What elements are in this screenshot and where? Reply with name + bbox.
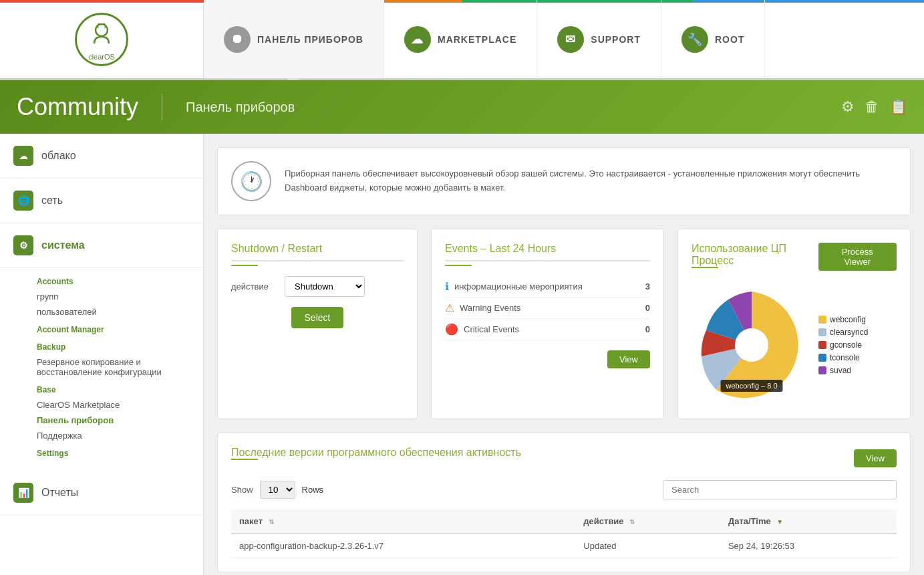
table-view-button[interactable]: View <box>854 449 897 467</box>
root-icon: 🔧 <box>681 26 708 53</box>
sort-action-icon: ⇅ <box>629 518 635 526</box>
process-viewer-button[interactable]: Process Viewer <box>818 243 897 271</box>
warning-icon: ⚠ <box>445 302 454 314</box>
select-button[interactable]: Select <box>291 307 344 328</box>
clearsyncd-label: clearsyncd <box>830 328 868 337</box>
submenu-item-support[interactable]: Поддержка <box>37 428 203 443</box>
submenu-item-grupп[interactable]: групп <box>37 289 203 304</box>
submenu-section-account-manager: Account Manager <box>37 320 203 337</box>
marketplace-icon: ☁ <box>404 26 431 53</box>
widget-row: Shutdown / Restart действие Shutdown Res… <box>217 229 911 419</box>
events-view-button[interactable]: View <box>607 350 650 368</box>
nav-marketplace-label: MARKETPLACE <box>438 34 516 45</box>
header-icons: ⚙ 🗑 📋 <box>841 98 907 116</box>
events-widget: Events – Last 24 Hours ℹ информационные … <box>431 229 664 419</box>
suvad-dot <box>818 366 826 374</box>
info-count: 3 <box>645 281 650 292</box>
rows-select[interactable]: 10 25 50 <box>260 481 295 499</box>
settings-icon[interactable]: ⚙ <box>841 98 855 116</box>
sidebar-item-cloud[interactable]: ☁ облако <box>0 134 203 179</box>
shutdown-widget: Shutdown / Restart действие Shutdown Res… <box>217 229 418 419</box>
col-action-label: действие <box>583 516 623 526</box>
suvad-label: suvad <box>830 366 851 375</box>
speedometer-icon: 🕐 <box>231 161 271 201</box>
cell-package: app-configuration-backup-2.3.26-1.v7 <box>231 534 575 558</box>
submenu-item-backup[interactable]: Резервное копирование и восстановление к… <box>37 354 203 380</box>
reports-icon: 📊 <box>13 483 33 503</box>
cell-datetime: Sep 24, 19:26:53 <box>720 534 897 558</box>
col-action[interactable]: действие ⇅ <box>575 509 720 534</box>
submenu-item-marketplace[interactable]: ClearOS Marketplace <box>37 397 203 413</box>
trash-icon[interactable]: 🗑 <box>865 98 879 116</box>
gconsole-label: gconsole <box>830 340 862 350</box>
webconfig-label: webconfig <box>830 315 866 324</box>
sidebar-network-label: сеть <box>41 195 63 207</box>
col-package-label: пакет <box>239 516 263 526</box>
table-head-row: пакет ⇅ действие ⇅ Дата/Time ▼ <box>231 509 897 534</box>
action-label: действие <box>231 281 278 292</box>
legend-item-clearsyncd: clearsyncd <box>818 328 868 337</box>
nav-item-dashboard[interactable]: ⏺ ПАНЕЛЬ ПРИБОРОВ <box>204 0 384 78</box>
nav-item-support[interactable]: ✉ SUPPORT <box>537 0 661 78</box>
main-layout: ☁ облако 🌐 сеть ⚙ система Accounts групп… <box>0 134 924 575</box>
sort-datetime-icon: ▼ <box>776 518 783 526</box>
submenu-item-пользователей[interactable]: пользователей <box>37 304 203 320</box>
top-bar: clearOS ⏺ ПАНЕЛЬ ПРИБОРОВ ☁ MARKETPLACE … <box>0 0 924 80</box>
network-icon: 🌐 <box>13 191 33 211</box>
webconfig-dot <box>818 316 826 324</box>
rows-label: Rows <box>302 485 324 495</box>
sidebar-item-system[interactable]: ⚙ система <box>0 223 203 268</box>
shutdown-form-row: действие Shutdown Restart <box>231 276 404 297</box>
process-title-text: Использование ЦП Процесс <box>691 243 818 267</box>
page-header: Community Панель приборов ⚙ 🗑 📋 <box>0 80 924 134</box>
events-title: Events – Last 24 Hours <box>445 243 650 261</box>
process-widget: Использование ЦП Процесс Process Viewer <box>677 229 911 419</box>
data-table: пакет ⇅ действие ⇅ Дата/Time ▼ <box>231 509 897 558</box>
info-box: 🕐 Приборная панель обеспечивает высокоур… <box>217 147 911 215</box>
legend-item-gconsole: gconsole <box>818 340 868 350</box>
table-widget: Последние версии программного обеспечени… <box>217 433 911 572</box>
logo-text: clearOS <box>88 53 115 61</box>
search-input[interactable] <box>663 480 897 499</box>
legend-item-tconsole: tconsole <box>818 353 868 362</box>
cloud-icon: ☁ <box>13 146 33 166</box>
submenu-item-dashboard[interactable]: Панель приборов <box>37 413 203 428</box>
sidebar-item-reports[interactable]: 📊 Отчеты <box>0 471 203 515</box>
shutdown-title: Shutdown / Restart <box>231 243 404 261</box>
pie-chart: webconfig – 8.0 <box>691 285 812 405</box>
critical-icon: 🔴 <box>445 323 458 336</box>
tconsole-label: tconsole <box>830 353 860 362</box>
sidebar-reports-label: Отчеты <box>41 487 78 499</box>
warning-label: Warning Events <box>460 303 640 313</box>
clearsyncd-dot <box>818 328 826 336</box>
col-package[interactable]: пакет ⇅ <box>231 509 575 534</box>
action-select[interactable]: Shutdown Restart <box>285 276 365 297</box>
logo: clearOS <box>75 13 128 66</box>
table-row: app-configuration-backup-2.3.26-1.v7 Upd… <box>231 534 897 558</box>
svg-point-1 <box>735 328 768 362</box>
pie-tooltip: webconfig – 8.0 <box>720 380 782 392</box>
submenu-section-backup: Backup <box>37 337 203 354</box>
legend-item-webconfig: webconfig <box>818 315 868 324</box>
col-datetime[interactable]: Дата/Time ▼ <box>720 509 897 534</box>
sort-package-icon: ⇅ <box>269 518 274 526</box>
process-chart-area: webconfig – 8.0 webconfig clearsyncd <box>691 285 897 405</box>
nav-root-label: ROOT <box>715 34 744 45</box>
nav-item-root[interactable]: 🔧 ROOT <box>661 0 765 78</box>
community-title: Community <box>17 93 138 121</box>
event-row-info: ℹ информационные мероприятия 3 <box>445 276 650 298</box>
table-title: Последние версии программного обеспечени… <box>231 447 521 459</box>
sidebar: ☁ облако 🌐 сеть ⚙ система Accounts групп… <box>0 134 204 575</box>
system-icon: ⚙ <box>13 235 33 255</box>
sidebar-item-network[interactable]: 🌐 сеть <box>0 179 203 223</box>
submenu-section-accounts: Accounts <box>37 271 203 289</box>
event-row-warning: ⚠ Warning Events 0 <box>445 298 650 319</box>
submenu-section-base: Base <box>37 380 203 397</box>
submenu-section-settings: Settings <box>37 443 203 461</box>
breadcrumb: Панель приборов <box>186 100 295 115</box>
logo-area: clearOS <box>0 0 204 78</box>
info-text: Приборная панель обеспечивает высокоуров… <box>285 167 897 195</box>
edit-icon[interactable]: 📋 <box>889 98 907 116</box>
nav-item-marketplace[interactable]: ☁ MARKETPLACE <box>384 0 537 78</box>
nav-support-label: SUPPORT <box>591 34 641 45</box>
